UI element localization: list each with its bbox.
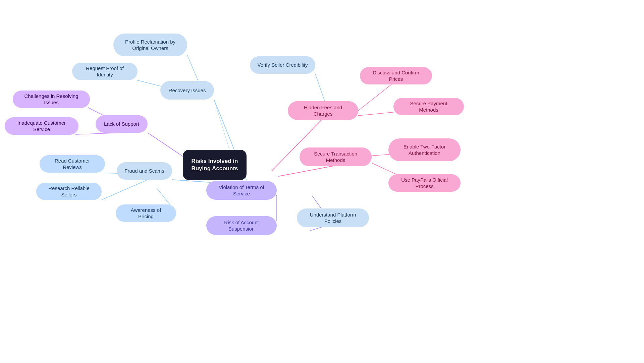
svg-line-16 xyxy=(357,84,392,112)
request-proof-node: Request Proof of Identity xyxy=(72,63,138,80)
use-paypal-node: Use PayPal's Official Process xyxy=(388,174,461,192)
inadequate-customer-node: Inadequate Customer Service xyxy=(5,117,78,135)
read-reviews-node: Read Customer Reviews xyxy=(40,155,105,173)
profile-reclamation-node: Profile Reclamation by Original Owners xyxy=(113,34,187,56)
svg-line-5 xyxy=(75,133,121,134)
awareness-pricing-node: Awareness of Pricing xyxy=(116,204,176,222)
fraud-scams-node: Fraud and Scams xyxy=(117,162,172,180)
center-node: Risks Involved in Buying Accounts xyxy=(183,150,247,180)
risk-suspension-node: Risk of Account Suspension xyxy=(206,216,277,235)
understand-policies-node: Understand Platform Policies xyxy=(297,208,369,227)
svg-line-18 xyxy=(278,165,337,176)
verify-credibility-node: Verify Seller Credibility xyxy=(250,56,315,74)
lack-of-support-node: Lack of Support xyxy=(96,115,148,133)
svg-line-8 xyxy=(102,179,149,200)
recovery-issues-node: Recovery Issues xyxy=(160,81,214,100)
research-sellers-node: Research Reliable Sellers xyxy=(36,183,102,200)
challenges-resolving-node: Challenges in Resolving Issues xyxy=(13,90,90,108)
violation-terms-node: Violation of Terms of Service xyxy=(206,181,277,200)
svg-line-6 xyxy=(172,180,215,183)
discuss-prices-node: Discuss and Confirm Prices xyxy=(360,67,432,84)
hidden-fees-node: Hidden Fees and Charges xyxy=(288,101,358,120)
secure-payment-node: Secure Payment Methods xyxy=(393,98,464,115)
enable-two-factor-node: Enable Two-Factor Authentication xyxy=(388,138,461,161)
secure-transaction-node: Secure Transaction Methods xyxy=(300,147,372,166)
